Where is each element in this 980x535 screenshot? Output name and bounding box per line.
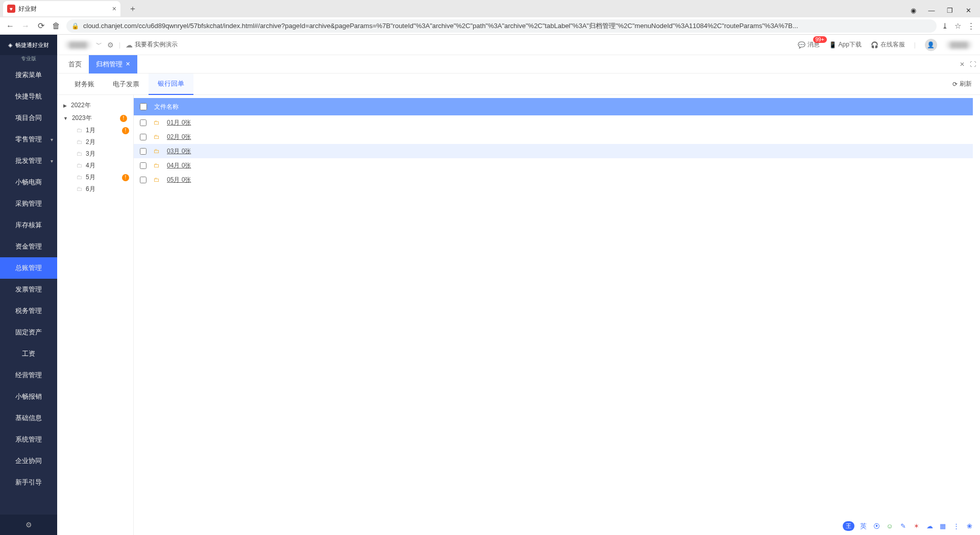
subtab-finance[interactable]: 财务账 [65, 74, 104, 95]
file-row-2[interactable]: 🗀 03月 0张 [134, 144, 973, 158]
app-download-button[interactable]: 📱 App下载 [829, 40, 862, 49]
tree-month-2[interactable]: 🗀2月 [57, 136, 133, 148]
tree-month-5[interactable]: 🗀5月! [57, 172, 133, 183]
sidebar-item-2[interactable]: 项目合同 [0, 107, 57, 129]
tree-month-6[interactable]: 🗀6月 [57, 183, 133, 195]
sidebar-item-13[interactable]: 工资 [0, 343, 57, 364]
file-row-4[interactable]: 🗀 05月 0张 [134, 173, 973, 187]
file-link[interactable]: 03月 0张 [167, 147, 191, 156]
system-tray: 王 英 ⦿ ☺ ✎ ✶ ☁ ▦ ⋮ ❀ [843, 521, 974, 531]
org-selector[interactable]: ████ ﹀ [65, 40, 102, 49]
sidebar-item-12[interactable]: 固定资产 [0, 322, 57, 343]
sidebar-item-10[interactable]: 发票管理 [0, 279, 57, 300]
install-app-icon[interactable]: ⤓ [942, 21, 948, 31]
tree-year-2023[interactable]: ▼ 2023年 ! [57, 112, 133, 125]
topbar-gear-icon[interactable]: ⚙ [107, 41, 114, 49]
row-checkbox[interactable] [140, 119, 146, 126]
sidebar-item-8[interactable]: 资金管理 [0, 236, 57, 257]
sidebar-item-4[interactable]: 批发管理▾ [0, 150, 57, 172]
sidebar-item-19[interactable]: 新手引导 [0, 472, 57, 493]
online-service-button[interactable]: 🎧 在线客服 [871, 40, 905, 49]
new-tab-button[interactable]: ＋ [125, 2, 141, 16]
file-row-1[interactable]: 🗀 02月 0张 [134, 130, 973, 144]
tab-close-icon[interactable]: ✕ [126, 61, 130, 67]
sidebar-item-6[interactable]: 采购管理 [0, 193, 57, 214]
file-link[interactable]: 02月 0张 [167, 133, 191, 141]
close-all-tabs-icon[interactable]: ✕ [960, 61, 965, 68]
nav-reload-icon[interactable]: ⟳ [36, 21, 46, 31]
sidebar-item-15[interactable]: 小畅报销 [0, 386, 57, 407]
tray-icon-7[interactable]: ⋮ [951, 522, 961, 531]
sidebar-item-17[interactable]: 系统管理 [0, 429, 57, 450]
tray-icon-6[interactable]: ▦ [938, 522, 947, 531]
sidebar-item-18[interactable]: 企业协同 [0, 450, 57, 472]
file-link[interactable]: 01月 0张 [167, 118, 191, 127]
demo-link[interactable]: ☁ 我要看实例演示 [126, 40, 178, 49]
folder-icon: 🗀 [154, 162, 160, 169]
browser-tab[interactable]: ♥ 好业财 × [3, 1, 120, 16]
sidebar-item-14[interactable]: 经营管理 [0, 364, 57, 386]
folder-icon: 🗀 [77, 185, 83, 192]
row-checkbox[interactable] [140, 162, 146, 169]
row-checkbox[interactable] [140, 148, 146, 155]
file-link[interactable]: 04月 0张 [167, 161, 191, 170]
row-checkbox[interactable] [140, 177, 146, 183]
subtab-einvoice[interactable]: 电子发票 [104, 74, 149, 95]
tray-icon-4[interactable]: ✶ [912, 522, 921, 531]
topbar: ████ ﹀ ⚙ | ☁ 我要看实例演示 💬 消息 99+ 📱 Ap [57, 35, 980, 55]
sidebar-item-5[interactable]: 小畅电商 [0, 172, 57, 193]
tab-close-icon[interactable]: × [112, 5, 116, 13]
refresh-button[interactable]: ⟳ 刷新 [952, 80, 972, 88]
lock-icon: 🔒 [71, 22, 79, 30]
sidebar-settings-icon[interactable]: ⚙ [0, 515, 57, 535]
tray-icon-5[interactable]: ☁ [925, 522, 934, 531]
tree-month-1[interactable]: 🗀1月! [57, 125, 133, 136]
tray-icon-1[interactable]: ⦿ [872, 522, 881, 531]
browser-menu-icon[interactable]: ⋮ [967, 21, 975, 31]
tray-icon-8[interactable]: ❀ [965, 522, 974, 531]
folder-icon: 🗀 [154, 176, 160, 183]
subtabs-row: 财务账 电子发票 银行回单 ⟳ 刷新 [57, 74, 980, 95]
ime-lang[interactable]: 英 [859, 522, 868, 531]
nav-forward-icon[interactable]: → [20, 21, 31, 31]
window-close-icon[interactable]: ✕ [963, 7, 974, 14]
sidebar-item-0[interactable]: 搜索菜单 [0, 64, 57, 86]
chrome-account-icon[interactable]: ◉ [908, 7, 919, 14]
brand-logo: ◈ 畅捷通好业财 [0, 35, 57, 55]
sidebar-item-1[interactable]: 快捷导航 [0, 86, 57, 107]
tree-month-3[interactable]: 🗀3月 [57, 148, 133, 160]
url-box[interactable]: 🔒 cloud.chanjet.com/cc/u6d89qwnryel/57bf… [66, 19, 937, 33]
fullscreen-icon[interactable]: ⛶ [970, 61, 976, 68]
tree-year-2022[interactable]: ▶ 2022年 [57, 99, 133, 112]
window-maximize-icon[interactable]: ❐ [944, 7, 955, 14]
warn-icon: ! [120, 115, 127, 122]
messages-button[interactable]: 💬 消息 99+ [798, 40, 820, 49]
avatar[interactable]: 👤 [925, 39, 937, 51]
row-checkbox[interactable] [140, 134, 146, 140]
select-all-checkbox[interactable] [140, 103, 147, 110]
file-link[interactable]: 05月 0张 [167, 176, 191, 184]
sidebar-item-11[interactable]: 税务管理 [0, 300, 57, 322]
tray-icon-2[interactable]: ☺ [885, 522, 894, 531]
nav-delete-icon[interactable]: 🗑 [51, 21, 61, 31]
bookmark-star-icon[interactable]: ☆ [954, 21, 961, 31]
tab-archive[interactable]: 归档管理 ✕ [89, 55, 137, 74]
nav-back-icon[interactable]: ← [5, 21, 15, 31]
file-row-0[interactable]: 🗀 01月 0张 [134, 115, 973, 130]
tab-home[interactable]: 首页 [61, 55, 89, 74]
folder-icon: 🗀 [154, 133, 160, 140]
folder-icon: 🗀 [77, 174, 83, 181]
file-row-3[interactable]: 🗀 04月 0张 [134, 158, 973, 173]
tray-icon-3[interactable]: ✎ [898, 522, 908, 531]
subtab-bank-receipt[interactable]: 银行回单 [149, 74, 193, 95]
sidebar-item-3[interactable]: 零售管理▾ [0, 129, 57, 150]
chat-icon: 💬 [798, 41, 805, 48]
tree-month-4[interactable]: 🗀4月 [57, 160, 133, 172]
sidebar-item-16[interactable]: 基础信息 [0, 407, 57, 429]
sidebar-item-9[interactable]: 总账管理 [0, 257, 57, 279]
window-minimize-icon[interactable]: — [926, 7, 937, 14]
brand-sub: 专业版 [0, 55, 57, 62]
ime-indicator[interactable]: 王 [843, 521, 854, 531]
triangle-right-icon: ▶ [63, 103, 67, 108]
sidebar-item-7[interactable]: 库存核算 [0, 214, 57, 236]
